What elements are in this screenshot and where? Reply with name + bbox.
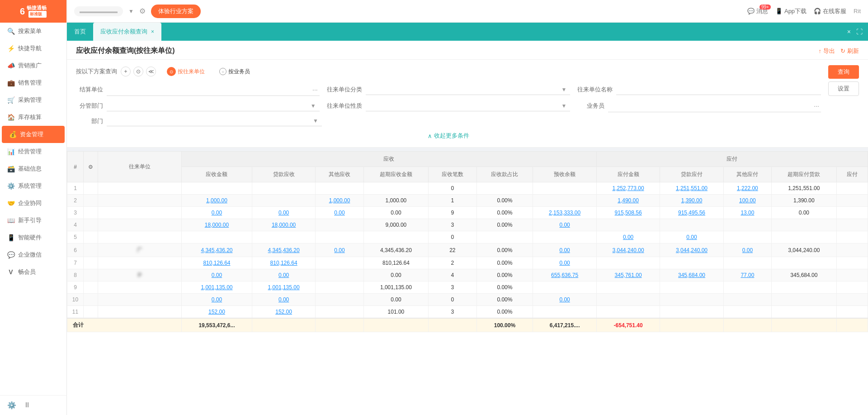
sidebar-item-basic[interactable]: 🗃️ 基础信息: [0, 160, 66, 177]
refresh-button[interactable]: ↻ 刷新: [840, 47, 859, 55]
sidebar-item-purchase[interactable]: 🛒 采购管理: [0, 91, 66, 109]
row-yf-jine-cell[interactable]: 915,508.56: [596, 207, 660, 219]
row-ys-dk-cell[interactable]: 4,345,436.20: [252, 243, 315, 257]
table-container[interactable]: # ⚙ 往来单位 应收 应付 应收金额 贷款应收 其他应收 超期应收金额 应收笔…: [67, 151, 868, 415]
edit-scheme-icon[interactable]: ⊙: [133, 67, 143, 76]
wanglaixingzhi-select[interactable]: ▼: [366, 101, 571, 111]
row-yf-qt-cell[interactable]: 100.00: [723, 195, 771, 207]
scheme-by-salesperson[interactable]: ○ 按业务员: [216, 65, 254, 78]
row-yf-qt-cell[interactable]: [723, 306, 771, 319]
row-ys-jine-cell[interactable]: 152.00: [182, 306, 252, 319]
jiesuandanwei-input[interactable]: [108, 84, 312, 95]
row-ysy-cell[interactable]: [533, 231, 596, 243]
row-ys-jine-cell[interactable]: 18,000.00: [182, 219, 252, 231]
row-ys-dk-cell[interactable]: 1,001,135.00: [252, 281, 315, 294]
cta-button[interactable]: 体验行业方案: [151, 5, 201, 18]
row-ys-jine-cell[interactable]: [182, 231, 252, 243]
expand-scheme-icon[interactable]: ≪: [146, 67, 156, 76]
row-ysy-cell[interactable]: 0.00: [533, 219, 596, 231]
row-ys-qt-cell[interactable]: [316, 231, 363, 243]
sidebar-item-search[interactable]: 🔍 搜索菜单: [0, 23, 66, 40]
row-ys-qt-cell[interactable]: [316, 269, 363, 281]
messages-button[interactable]: 💬 消息 99+: [747, 7, 768, 15]
row-ys-dk-cell[interactable]: 152.00: [252, 306, 315, 319]
row-yf-qt-cell[interactable]: [723, 294, 771, 306]
row-yf-dk-cell[interactable]: 0.00: [660, 231, 723, 243]
row-ysy-cell[interactable]: 0.00: [533, 257, 596, 269]
collapse-sidebar-icon[interactable]: ⏸: [24, 401, 31, 410]
row-ysy-cell[interactable]: [533, 281, 596, 294]
row-ys-qt-cell[interactable]: [316, 281, 363, 294]
sidebar-item-quicknav[interactable]: ⚡ 快捷导航: [0, 40, 66, 57]
row-yf-qt-cell[interactable]: [723, 219, 771, 231]
sidebar-item-hardware[interactable]: 📱 智能硬件: [0, 229, 66, 246]
tab-query[interactable]: 应收应付余额查询 ×: [93, 23, 161, 41]
row-ys-dk-cell[interactable]: 0.00: [252, 294, 315, 306]
sidebar-item-inventory[interactable]: 🏠 库存核算: [0, 109, 66, 126]
row-ysy-cell[interactable]: [533, 195, 596, 207]
row-ysy-cell[interactable]: 0.00: [533, 294, 596, 306]
row-yf-jine-cell[interactable]: 1,252,773.00: [596, 182, 660, 195]
user-name[interactable]: Rit: [854, 8, 861, 14]
sidebar-item-member[interactable]: V 畅会员: [0, 263, 66, 281]
row-ys-jine-cell[interactable]: 1,000.00: [182, 195, 252, 207]
row-yf-qt-cell[interactable]: [723, 281, 771, 294]
row-ys-jine-cell[interactable]: 810,126.64: [182, 257, 252, 269]
row-ys-jine-cell[interactable]: 1,001,135.00: [182, 281, 252, 294]
row-yf-dk-cell[interactable]: 1,251,551.00: [660, 182, 723, 195]
sidebar-item-system[interactable]: ⚙️ 系统管理: [0, 177, 66, 195]
setting-button[interactable]: 设置: [828, 81, 859, 96]
row-ys-qt-cell[interactable]: 0.00: [316, 243, 363, 257]
yewuyuan-dots[interactable]: ···: [814, 102, 819, 110]
row-yf-qt-cell[interactable]: [723, 257, 771, 269]
topbar-gear-icon[interactable]: ⚙: [139, 7, 146, 15]
row-ysy-cell[interactable]: [533, 306, 596, 319]
sidebar-item-collab[interactable]: 🤝 企业协同: [0, 195, 66, 212]
settings-bottom-icon[interactable]: ⚙️: [7, 401, 16, 410]
row-ys-dk-cell[interactable]: 0.00: [252, 269, 315, 281]
sidebar-item-management[interactable]: 📊 经营管理: [0, 143, 66, 160]
row-yf-jine-cell[interactable]: 345,761.00: [596, 269, 660, 281]
sidebar-item-finance[interactable]: 💰 资金管理: [2, 126, 65, 143]
row-ys-jine-cell[interactable]: 0.00: [182, 207, 252, 219]
scheme-by-unit[interactable]: ⊙ 按往来单位: [163, 65, 208, 78]
row-ys-dk-cell[interactable]: 18,000.00: [252, 219, 315, 231]
row-yf-jine-cell[interactable]: [596, 294, 660, 306]
row-yf-jine-cell[interactable]: [596, 281, 660, 294]
row-yf-qt-cell[interactable]: 77.00: [723, 269, 771, 281]
yewuyuan-input[interactable]: [610, 100, 814, 111]
row-ysy-cell[interactable]: 2,153,333.00: [533, 207, 596, 219]
row-ys-jine-cell[interactable]: 4,345,436.20: [182, 243, 252, 257]
row-ys-qt-cell[interactable]: 0.00: [316, 207, 363, 219]
row-ys-dk-cell[interactable]: [252, 231, 315, 243]
row-yf-dk-cell[interactable]: 915,495.56: [660, 207, 723, 219]
row-ys-qt-cell[interactable]: [316, 257, 363, 269]
tab-close-icon[interactable]: ×: [151, 29, 154, 35]
row-ys-dk-cell[interactable]: [252, 182, 315, 195]
export-button[interactable]: ↑ 导出: [819, 47, 835, 55]
bumen-select[interactable]: ▼: [107, 116, 322, 126]
fullscreen-icon[interactable]: ⛶: [856, 28, 863, 35]
row-yf-dk-cell[interactable]: 1,390.00: [660, 195, 723, 207]
row-ys-jine-cell[interactable]: [182, 182, 252, 195]
row-yf-dk-cell[interactable]: [660, 306, 723, 319]
sidebar-item-marketing[interactable]: 📣 营销推广: [0, 57, 66, 74]
app-download-button[interactable]: 📱 App下载: [775, 7, 807, 15]
row-ys-dk-cell[interactable]: [252, 195, 315, 207]
row-yf-jine-cell[interactable]: [596, 306, 660, 319]
row-ys-qt-cell[interactable]: [316, 294, 363, 306]
table-settings-icon[interactable]: ⚙: [88, 164, 93, 170]
filter-collapse-button[interactable]: ∧ 收起更多条件: [76, 130, 821, 142]
window-close-icon[interactable]: ×: [847, 28, 851, 35]
row-ys-qt-cell[interactable]: 1,000.00: [316, 195, 363, 207]
row-yf-dk-cell[interactable]: [660, 257, 723, 269]
row-yf-jine-cell[interactable]: [596, 257, 660, 269]
row-ys-qt-cell[interactable]: [316, 219, 363, 231]
row-ys-dk-cell[interactable]: 0.00: [252, 207, 315, 219]
row-yf-qt-cell[interactable]: 0.00: [723, 243, 771, 257]
row-ys-jine-cell[interactable]: 0.00: [182, 269, 252, 281]
row-ys-jine-cell[interactable]: 0.00: [182, 294, 252, 306]
row-yf-jine-cell[interactable]: 3,044,240.00: [596, 243, 660, 257]
wanglaiming-input[interactable]: [616, 84, 821, 95]
query-button[interactable]: 查询: [828, 65, 859, 79]
